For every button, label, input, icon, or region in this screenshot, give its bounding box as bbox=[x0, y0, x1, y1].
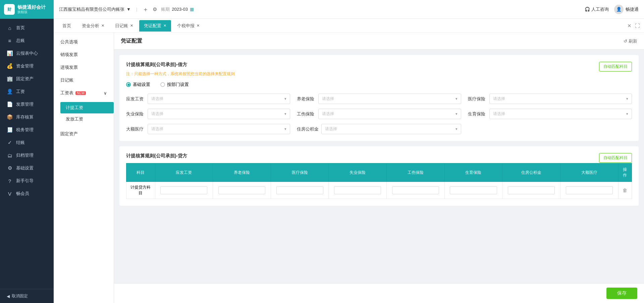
save-button[interactable]: 保存 bbox=[606, 288, 637, 299]
menu-calc-salary[interactable]: 计提工资 bbox=[60, 102, 114, 113]
salary-select[interactable]: 请选择 ▾ bbox=[148, 94, 290, 104]
tab-voucher[interactable]: 凭证配置 ✕ bbox=[139, 20, 171, 32]
field-maternity: 生育保险 请选择 ▾ bbox=[468, 109, 632, 119]
row-housing-input[interactable] bbox=[508, 186, 555, 194]
delete-row-button[interactable]: 🗑 bbox=[623, 188, 627, 193]
sidebar-item-settings[interactable]: ⚙基础设置 bbox=[0, 162, 54, 174]
content-area: 公共选项 销项发票 进项发票 日记账 工资表 NEW ∨ 计提工资 bbox=[54, 33, 644, 303]
service-button[interactable]: 🎧 人工咨询 bbox=[585, 6, 609, 12]
menu-pay-salary[interactable]: 发放工资 bbox=[60, 113, 114, 125]
radio-basic-circle bbox=[126, 82, 131, 87]
menu-fixed-assets[interactable]: 固定资产 bbox=[54, 128, 114, 140]
menu-public[interactable]: 公共选项 bbox=[54, 36, 114, 48]
sidebar-item-ledger[interactable]: ≡总账 bbox=[0, 34, 54, 47]
row-unemployment-input[interactable] bbox=[334, 186, 381, 194]
add-account-button[interactable]: ＋ bbox=[143, 5, 149, 13]
tab-home[interactable]: 首页 bbox=[58, 20, 76, 32]
tab-tax[interactable]: 个税申报 ✕ bbox=[172, 20, 204, 32]
credit-auto-match-button[interactable]: 自动匹配科目 bbox=[599, 153, 632, 163]
row-medical-input[interactable] bbox=[276, 186, 323, 194]
radio-dept[interactable]: 按部门设置 bbox=[160, 82, 189, 88]
row-injury-input[interactable] bbox=[392, 186, 439, 194]
menu-purchase[interactable]: 进项发票 bbox=[54, 61, 114, 74]
big-medical-select[interactable]: 请选择 ▾ bbox=[148, 124, 290, 134]
tab-diary-close[interactable]: ✕ bbox=[130, 23, 133, 28]
menu-salary-table-label: 工资表 bbox=[60, 90, 73, 96]
row-maternity-input[interactable] bbox=[450, 186, 497, 194]
tab-funds[interactable]: 资金分析 ✕ bbox=[77, 20, 109, 32]
tab-voucher-close[interactable]: ✕ bbox=[163, 23, 166, 28]
row-salary-input[interactable] bbox=[160, 186, 207, 194]
row-pension-input[interactable] bbox=[218, 186, 265, 194]
pension-label: 养老保险 bbox=[297, 96, 316, 102]
period-selector[interactable]: 账期 2023-03 ▦ bbox=[161, 6, 194, 12]
sidebar-item-label-vip: 畅会员 bbox=[16, 191, 29, 197]
sidebar-item-home[interactable]: ⌂首页 bbox=[0, 21, 54, 34]
sidebar-item-guide[interactable]: ?新手引导 bbox=[0, 174, 54, 187]
maternity-select[interactable]: 请选择 ▾ bbox=[489, 109, 632, 119]
sidebar-item-archive[interactable]: 🗂归档管理 bbox=[0, 149, 54, 162]
menu-salary-table[interactable]: 工资表 NEW ∨ bbox=[54, 87, 114, 99]
menu-diary[interactable]: 日记账 bbox=[54, 74, 114, 87]
col-big-medical: 大额医疗 bbox=[560, 163, 618, 182]
refresh-button[interactable]: ↺ 刷新 bbox=[624, 38, 637, 44]
row-big-medical-input[interactable] bbox=[566, 186, 613, 194]
salary-nav-icon: 👤 bbox=[7, 89, 13, 95]
credit-table: 科目 应发工资 养老保险 医疗保险 失业保险 工伤保险 生育保险 住房公积金 大… bbox=[126, 163, 632, 199]
sidebar-footer[interactable]: ◀ 取消固定 bbox=[0, 289, 54, 303]
debit-section: 计提核算规则(公司承担)-借方 注：只能选择一种方式，系统将按照您当前的选择来配… bbox=[119, 55, 639, 141]
row-medical-cell bbox=[271, 182, 329, 199]
sidebar-item-label-settle: 结账 bbox=[16, 140, 25, 146]
sidebar-item-funds[interactable]: 💰资金管理 bbox=[0, 60, 54, 72]
tab-diary[interactable]: 日记账 ✕ bbox=[110, 20, 138, 32]
housing-select[interactable]: 请选择 ▾ bbox=[321, 124, 461, 134]
sidebar-item-inventory[interactable]: 📦库存核算 bbox=[0, 111, 54, 123]
sidebar-item-reports[interactable]: 📊云报表中心 bbox=[0, 47, 54, 60]
sidebar-item-settle[interactable]: ✓结账 bbox=[0, 136, 54, 149]
company-selector[interactable]: 江西服宝精品有限责任公司内账张 ▼ bbox=[59, 6, 131, 12]
row-pension-cell bbox=[213, 182, 271, 199]
maternity-chevron-icon: ▾ bbox=[626, 112, 628, 116]
col-medical: 医疗保险 bbox=[271, 163, 329, 182]
settle-nav-icon: ✓ bbox=[7, 140, 13, 146]
field-pension: 养老保险 请选择 ▾ bbox=[297, 94, 461, 104]
debit-form-grid: 应发工资 请选择 ▾ 养老保险 请选择 ▾ bbox=[126, 94, 632, 134]
logo-icon: 财 bbox=[4, 4, 15, 15]
row-maternity-cell bbox=[444, 182, 502, 199]
calendar-icon[interactable]: ▦ bbox=[190, 7, 194, 12]
menu-sales[interactable]: 销项发票 bbox=[54, 48, 114, 61]
field-big-medical: 大额医疗 请选择 ▾ bbox=[126, 124, 290, 134]
unemployment-select[interactable]: 请选择 ▾ bbox=[148, 109, 290, 119]
injury-select[interactable]: 请选择 ▾ bbox=[318, 109, 461, 119]
sidebar-item-vip[interactable]: V畅会员 bbox=[0, 187, 54, 200]
tab-tax-label: 个税申报 bbox=[177, 23, 195, 29]
credit-section: 计提核算规则(公司承担)-贷方 自动匹配科目 科目 应发工资 养老保险 医疗保险… bbox=[119, 146, 639, 206]
sidebar-item-tax[interactable]: 🧾税务管理 bbox=[0, 123, 54, 136]
unemployment-placeholder: 请选择 bbox=[151, 111, 163, 117]
close-tab-button[interactable]: ✕ bbox=[627, 23, 632, 29]
topbar: 江西服宝精品有限责任公司内账张 ▼ | ＋ ⚙ 账期 2023-03 ▦ 🎧 人… bbox=[54, 0, 644, 19]
radio-basic[interactable]: 基础设置 bbox=[126, 82, 150, 88]
injury-chevron-icon: ▾ bbox=[455, 112, 458, 116]
medical-select[interactable]: 请选择 ▾ bbox=[489, 94, 632, 104]
sidebar-item-invoice[interactable]: 📄发票管理 bbox=[0, 98, 54, 111]
field-salary: 应发工资 请选择 ▾ bbox=[126, 94, 290, 104]
debit-auto-match-button[interactable]: 自动匹配科目 bbox=[599, 62, 632, 71]
expand-button[interactable]: ⛶ bbox=[635, 23, 640, 29]
sidebar-item-assets[interactable]: 🏢固定资产 bbox=[0, 72, 54, 85]
home-nav-icon: ⌂ bbox=[7, 25, 13, 31]
tab-funds-close[interactable]: ✕ bbox=[101, 23, 104, 28]
sidebar-item-label-inventory: 库存核算 bbox=[16, 114, 34, 120]
pension-select[interactable]: 请选择 ▾ bbox=[318, 94, 461, 104]
settings-icon[interactable]: ⚙ bbox=[153, 6, 157, 12]
medical-chevron-icon: ▾ bbox=[626, 97, 628, 101]
sidebar-item-salary[interactable]: 👤工资 bbox=[0, 85, 54, 98]
tab-tax-close[interactable]: ✕ bbox=[197, 23, 200, 28]
menu-fixed-assets-label: 固定资产 bbox=[60, 131, 78, 137]
debit-section-note: 注：只能选择一种方式，系统将按照您当前的选择来配置规则 bbox=[126, 71, 632, 77]
col-salary: 应发工资 bbox=[155, 163, 213, 182]
user-menu[interactable]: 👤 畅捷通 bbox=[614, 5, 639, 14]
reports-nav-icon: 📊 bbox=[7, 50, 13, 56]
menu-sales-label: 销项发票 bbox=[60, 52, 78, 58]
field-medical: 医疗保险 请选择 ▾ bbox=[468, 94, 632, 104]
